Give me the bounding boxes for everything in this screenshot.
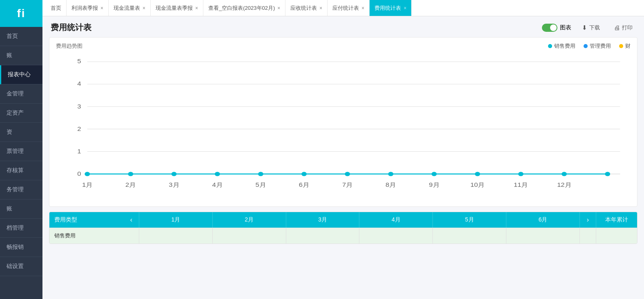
tab-home[interactable]: 首页 bbox=[46, 0, 67, 16]
tab-cashflow[interactable]: 现金流量表 × bbox=[109, 0, 151, 16]
nav-next-arrow[interactable]: › bbox=[585, 216, 591, 224]
sidebar-item-funds[interactable]: 资 bbox=[0, 123, 42, 142]
tab-cashflow-close[interactable]: × bbox=[143, 5, 145, 11]
svg-text:2: 2 bbox=[77, 126, 81, 132]
th-month-4: 4月 bbox=[359, 212, 433, 228]
tab-cashflow-q-label: 现金流量表季报 bbox=[156, 4, 193, 12]
legend-dot-finance bbox=[619, 44, 623, 48]
sidebar-item-tickets[interactable]: 票管理 bbox=[0, 142, 42, 161]
tab-expense-stat-label: 费用统计表 bbox=[374, 4, 401, 12]
tab-receivable[interactable]: 应收统计表 × bbox=[285, 0, 328, 16]
th-month-6: 6月 bbox=[506, 212, 580, 228]
toggle-label: 图表 bbox=[560, 24, 571, 31]
th-total: 本年累计 bbox=[596, 212, 637, 228]
svg-text:1: 1 bbox=[77, 148, 81, 154]
svg-point-22 bbox=[475, 172, 480, 176]
svg-text:11月: 11月 bbox=[514, 182, 528, 188]
svg-text:0: 0 bbox=[77, 171, 81, 177]
sidebar-item-home[interactable]: 首页 bbox=[0, 27, 42, 46]
sidebar-item-ledger[interactable]: 账 bbox=[0, 199, 42, 219]
chart-container: 5 4 3 2 1 0 bbox=[56, 53, 631, 200]
svg-point-21 bbox=[432, 172, 437, 176]
td-sales-m4 bbox=[359, 228, 433, 244]
svg-text:8月: 8月 bbox=[386, 182, 396, 188]
svg-point-17 bbox=[258, 172, 263, 176]
legend-admin: 管理费用 bbox=[584, 42, 611, 50]
legend-finance: 财 bbox=[619, 42, 631, 50]
svg-point-20 bbox=[388, 172, 394, 176]
tab-payable[interactable]: 应付统计表 × bbox=[328, 0, 370, 16]
th-nav-next[interactable]: › bbox=[580, 212, 596, 228]
tab-blank-close[interactable]: × bbox=[277, 5, 280, 11]
tab-receivable-close[interactable]: × bbox=[319, 5, 322, 11]
print-icon: 🖨 bbox=[614, 24, 620, 31]
td-sales-m2 bbox=[213, 228, 286, 244]
tab-expense-stat-close[interactable]: × bbox=[403, 5, 406, 11]
sidebar-item-assets[interactable]: 定资产 bbox=[0, 104, 42, 123]
chart-section: 费用趋势图 销售费用 管理费用 财 bbox=[49, 37, 637, 207]
svg-text:4: 4 bbox=[77, 81, 81, 87]
svg-text:1月: 1月 bbox=[82, 182, 93, 188]
nav-prev-arrow[interactable]: ‹ bbox=[129, 216, 134, 224]
svg-point-18 bbox=[301, 172, 307, 176]
th-type-label: 费用类型 bbox=[54, 216, 77, 224]
svg-text:5: 5 bbox=[77, 58, 81, 64]
chart-toggle[interactable] bbox=[542, 24, 557, 32]
tab-profit-close[interactable]: × bbox=[100, 5, 103, 11]
tab-cashflow-q-close[interactable]: × bbox=[195, 5, 198, 11]
sidebar-item-account[interactable]: 账 bbox=[0, 46, 42, 65]
legend-sales: 销售费用 bbox=[548, 42, 575, 50]
tab-cashflow-label: 现金流量表 bbox=[114, 4, 140, 12]
td-sales-m6 bbox=[506, 228, 580, 244]
download-button[interactable]: ⬇ 下载 bbox=[579, 22, 603, 33]
sidebar-logo: fi bbox=[0, 0, 42, 27]
print-button[interactable]: 🖨 打印 bbox=[611, 22, 636, 33]
svg-point-15 bbox=[172, 172, 177, 176]
print-label: 打印 bbox=[622, 24, 633, 31]
tab-cashflow-q[interactable]: 现金流量表季报 × bbox=[151, 0, 203, 16]
tab-home-label: 首页 bbox=[51, 4, 61, 12]
th-type: 费用类型 ‹ bbox=[49, 212, 139, 228]
sidebar-item-finance[interactable]: 金管理 bbox=[0, 84, 42, 104]
sidebar: fi 首页 账 报表中心 金管理 定资产 资 票管理 存核算 务管理 账 档管理… bbox=[0, 0, 42, 299]
th-month-1: 1月 bbox=[139, 212, 213, 228]
tab-expense-stat[interactable]: 费用统计表 × bbox=[370, 0, 412, 16]
chart-legend: 销售费用 管理费用 财 bbox=[548, 42, 631, 50]
chart-title: 费用趋势图 bbox=[56, 42, 82, 50]
sidebar-item-settings[interactable]: 础设置 bbox=[0, 257, 42, 276]
sidebar-item-expense[interactable]: 畅报销 bbox=[0, 238, 42, 257]
td-sales-total bbox=[596, 228, 637, 244]
chart-svg: 5 4 3 2 1 0 bbox=[56, 53, 631, 200]
th-month-5: 5月 bbox=[433, 212, 506, 228]
sidebar-item-inventory[interactable]: 存核算 bbox=[0, 161, 42, 180]
table-section: 费用类型 ‹ 1月 2月 3月 4月 5月 6月 › 本年累计 销售费用 bbox=[49, 212, 637, 244]
sidebar-item-files[interactable]: 档管理 bbox=[0, 219, 42, 238]
svg-point-23 bbox=[518, 172, 524, 176]
legend-dot-admin bbox=[584, 44, 588, 48]
main-area: 首页 利润表季报 × 现金流量表 × 现金流量表季报 × 查看_空白报表(202… bbox=[42, 0, 644, 299]
svg-point-24 bbox=[562, 172, 567, 176]
tab-profit-label: 利润表季报 bbox=[71, 4, 98, 12]
sidebar-item-reports[interactable]: 报表中心 bbox=[0, 65, 42, 84]
td-sales-type: 销售费用 bbox=[49, 228, 139, 244]
svg-text:3: 3 bbox=[77, 103, 81, 109]
legend-dot-sales bbox=[548, 44, 552, 48]
tab-blank[interactable]: 查看_空白报表(2023年02月) × bbox=[203, 0, 285, 16]
svg-text:4月: 4月 bbox=[212, 182, 223, 188]
svg-text:7月: 7月 bbox=[342, 182, 353, 188]
svg-point-13 bbox=[85, 172, 90, 176]
sidebar-item-affairs[interactable]: 务管理 bbox=[0, 180, 42, 199]
td-sales-nav bbox=[580, 228, 596, 244]
tab-blank-label: 查看_空白报表(2023年02月) bbox=[208, 4, 275, 12]
tab-payable-close[interactable]: × bbox=[361, 5, 364, 11]
tab-profit[interactable]: 利润表季报 × bbox=[67, 0, 109, 16]
legend-admin-label: 管理费用 bbox=[590, 42, 611, 50]
svg-point-19 bbox=[345, 172, 350, 176]
table-header-row: 费用类型 ‹ 1月 2月 3月 4月 5月 6月 › 本年累计 bbox=[49, 212, 637, 228]
toggle-wrap: 图表 bbox=[542, 24, 571, 32]
legend-sales-label: 销售费用 bbox=[554, 42, 575, 50]
td-sales-m5 bbox=[433, 228, 506, 244]
td-sales-m3 bbox=[286, 228, 360, 244]
tab-receivable-label: 应收统计表 bbox=[290, 4, 317, 12]
th-month-2: 2月 bbox=[213, 212, 286, 228]
